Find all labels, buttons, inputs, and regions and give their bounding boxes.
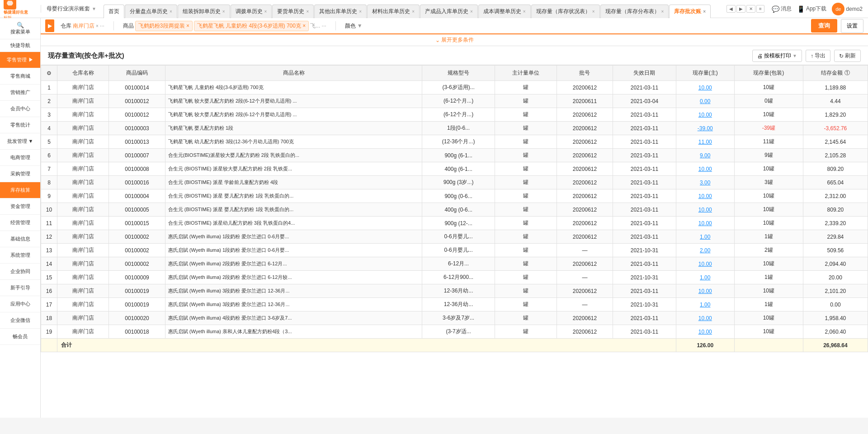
tab-req[interactable]: 要货单历史 × [272, 5, 314, 18]
tab-batch[interactable]: 库存批次账 × [669, 5, 711, 18]
sidebar-item-purchase[interactable]: 采购管理 [0, 166, 40, 182]
sidebar-item-member[interactable]: 会员中心 [0, 101, 40, 117]
close-icon[interactable]: × [306, 9, 309, 14]
close-icon[interactable]: × [592, 9, 595, 14]
sidebar-item-enterprise[interactable]: 企业协同 [0, 264, 40, 280]
cell-stock-main[interactable]: 10.00 [676, 162, 734, 176]
sidebar-item-finance[interactable]: 资金管理 [0, 198, 40, 215]
close-icon[interactable]: × [170, 9, 172, 14]
table-row: 2 南岸门店 00100012 飞鹤星飞帆 较大婴儿配方奶粉 2段(6-12个月… [41, 94, 868, 108]
sidebar-item-inventory[interactable]: 库存核算 [0, 182, 40, 198]
tab-menu-button[interactable]: ≡ [756, 5, 764, 13]
cell-unit: 罐 [495, 81, 557, 94]
tab-prev-button[interactable]: ◀ [726, 5, 736, 13]
tab-product-in[interactable]: 产成品入库单历史 × [420, 5, 478, 18]
table-row: 14 南岸门店 00100002 惠氏启賦 (Wyeth illuma) 2段奶… [41, 257, 868, 271]
cell-stock-main[interactable]: -39.00 [676, 122, 734, 135]
product-more[interactable]: 飞... ··· [310, 22, 326, 30]
cell-stock-main[interactable]: 9.00 [676, 149, 734, 162]
cell-stock-main[interactable]: 10.00 [676, 189, 734, 203]
sidebar-item-app-center[interactable]: 应用中心 [0, 296, 40, 312]
cell-stock-main[interactable]: 1.00 [676, 230, 734, 244]
tab-next-button[interactable]: ▶ [736, 5, 745, 13]
close-icon[interactable]: × [264, 9, 267, 14]
sidebar-item-label: 系统管理 [2, 252, 38, 259]
tab-material-out[interactable]: 材料出库单历史 × [367, 5, 420, 18]
message-button[interactable]: 💬 消息 [772, 5, 792, 13]
second-nav-warehouse[interactable]: 仓库 南岸门店 × ··· [56, 20, 109, 32]
app-download-button[interactable]: 📱 App下载 [797, 5, 826, 13]
settings-button[interactable]: 设置 [841, 19, 863, 33]
remove-tag-1[interactable]: × [186, 23, 189, 29]
cell-balance: 2,105.28 [803, 149, 868, 162]
sidebar-item-vip[interactable]: 畅会员 [0, 329, 40, 345]
cell-stock-main[interactable]: 10.00 [676, 217, 734, 230]
close-icon[interactable]: × [222, 9, 225, 14]
tab-other-out[interactable]: 其他出库单历史 × [314, 5, 367, 18]
sidebar-item-label: 零售商城 [2, 73, 38, 80]
cell-stock-main[interactable]: 2.00 [676, 244, 734, 257]
export-button[interactable]: ↑ 导出 [806, 50, 830, 62]
sidebar-item-marketing[interactable]: 营销推广 [0, 85, 40, 101]
close-icon[interactable]: × [523, 9, 526, 14]
cell-stock-main[interactable]: 1.00 [676, 298, 734, 311]
tab-stock-status[interactable]: 现存量（库存状况表） × [531, 5, 600, 18]
sidebar-search[interactable]: 🔍 搜索菜单 [0, 18, 40, 39]
close-icon[interactable]: × [359, 9, 362, 14]
cell-batch: 20200612 [557, 325, 613, 339]
cell-stock-main[interactable]: 10.00 [676, 257, 734, 271]
sidebar-item-operations[interactable]: 经营管理 [0, 215, 40, 231]
close-icon[interactable]: × [412, 9, 415, 14]
refresh-button[interactable]: ↻ 刷新 [834, 50, 861, 62]
query-button[interactable]: 查询 [811, 19, 837, 33]
remove-tag-2[interactable]: × [302, 23, 306, 29]
cell-stock-main[interactable]: 10.00 [676, 203, 734, 217]
sidebar-item-retail-shop[interactable]: 零售商城 [0, 68, 40, 85]
cell-stock-main[interactable]: 10.00 [676, 81, 734, 94]
sidebar-item-retail-stat[interactable]: 零售统计 [0, 117, 40, 133]
cell-stock-main[interactable]: 11.00 [676, 135, 734, 149]
col-batch: 批号 [557, 66, 613, 81]
user-menu[interactable]: de demo2 [832, 3, 863, 15]
close-tag-icon[interactable]: × [96, 24, 99, 28]
cell-stock-main[interactable]: 1.00 [676, 271, 734, 284]
cell-no: 9 [41, 189, 57, 203]
col-balance: 结存金额 ① [803, 66, 868, 81]
template-print-button[interactable]: 🖨 按模板打印 ▼ [752, 50, 802, 62]
sidebar-item-retail[interactable]: 零售管理 ▶ [0, 52, 40, 68]
tab-split[interactable]: 分量盘点单历史 × [125, 5, 177, 18]
cell-no: 14 [41, 257, 57, 271]
sidebar-quick-nav[interactable]: 快捷导航 [0, 39, 40, 52]
tab-stock-dist[interactable]: 现存量（库存分布表） × [600, 5, 669, 18]
cell-name: 合生元 (BIOSTIME) 派星 婴儿配方奶粉 1段 乳铁蛋白的... [165, 189, 422, 203]
expand-arrow-button[interactable]: ▶ [45, 19, 54, 32]
second-nav-color[interactable]: 颜色 ▼ [340, 20, 367, 32]
expand-more-button[interactable]: ⌄ 展开更多条件 [435, 36, 474, 44]
sidebar-item-basic[interactable]: 基础信息 [0, 231, 40, 247]
tab-dispatch[interactable]: 调拨单历史 × [231, 5, 272, 18]
sidebar-item-wholesale[interactable]: 批发管理 ▼ [0, 133, 40, 150]
close-icon[interactable]: × [703, 9, 706, 14]
cell-stock-main[interactable]: 10.00 [676, 325, 734, 339]
tab-disassemble[interactable]: 组装拆卸单历史 × [178, 5, 230, 18]
cell-stock-main[interactable]: 10.00 [676, 311, 734, 325]
col-settings[interactable]: ⚙ [41, 66, 57, 81]
cell-balance: 1,829.20 [803, 108, 868, 122]
close-icon[interactable]: × [661, 9, 664, 14]
close-icon[interactable]: × [470, 9, 473, 14]
cell-batch: 20200612 [557, 217, 613, 230]
cell-stock-main[interactable]: 0.00 [676, 94, 734, 108]
second-nav-product[interactable]: 商品 飞鹤奶粉3段两提装 × 飞鹤星飞帆 儿童奶粉 4段(3-6岁适用) 700… [118, 19, 331, 33]
cell-stock-main[interactable]: 10.00 [676, 108, 734, 122]
sidebar-item-ecommerce[interactable]: 电商管理 [0, 150, 40, 166]
tab-close-all-button[interactable]: ✕ [746, 5, 755, 13]
cell-stock-main[interactable]: 10.00 [676, 284, 734, 298]
tab-home[interactable]: 首页 [104, 5, 124, 18]
more-dots[interactable]: ··· [100, 23, 104, 29]
tab-cost-adj[interactable]: 成本调整单历史 × [478, 5, 531, 18]
cell-stock-main[interactable]: 3.00 [676, 176, 734, 189]
account-selector[interactable]: 母婴行业演示账套 ▼ [41, 5, 102, 13]
sidebar-item-system[interactable]: 系统管理 [0, 247, 40, 264]
sidebar-item-ent-wechat[interactable]: 企业微信 [0, 312, 40, 329]
sidebar-item-guide[interactable]: 新手引导 [0, 280, 40, 296]
